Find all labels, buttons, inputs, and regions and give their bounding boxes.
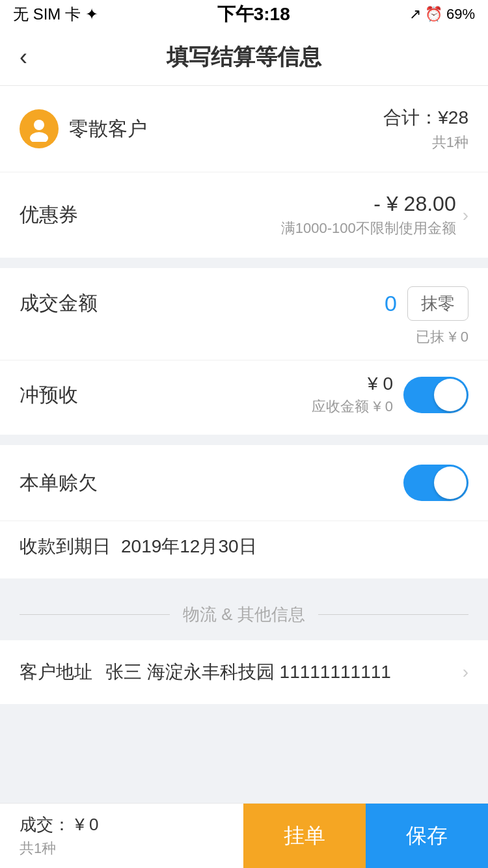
bottom-deal-amount: 成交： ¥ 0 [20, 813, 224, 836]
coupon-desc: 满1000-100不限制使用金额 [281, 219, 456, 238]
divider-text: 物流 & 其他信息 [183, 603, 305, 626]
prepay-toggle[interactable] [403, 377, 468, 413]
avatar [20, 109, 59, 148]
toggle-knob [434, 379, 467, 411]
coupon-row[interactable]: 优惠券 - ¥ 28.00 满1000-100不限制使用金额 › [0, 172, 488, 258]
back-button[interactable]: ‹ [20, 44, 27, 71]
transaction-right: 0 抹零 [371, 286, 468, 321]
debt-label: 本单赊欠 [20, 470, 98, 496]
bottom-deal-count: 共1种 [20, 839, 224, 858]
debt-toggle-knob [434, 467, 467, 499]
total-amount: 合计：¥28 [383, 105, 468, 130]
customer-right: 合计：¥28 共1种 [383, 105, 468, 152]
signal-text: 无 SIM 卡 ✦ [13, 4, 98, 25]
transaction-amount[interactable]: 0 [371, 291, 397, 316]
save-button[interactable]: 保存 [366, 804, 488, 868]
status-left: 无 SIM 卡 ✦ [13, 4, 98, 25]
avatar-icon [26, 116, 52, 142]
prepay-row: 冲预收 ¥ 0 应收金额 ¥ 0 [0, 360, 488, 435]
address-section: 客户地址 张三 海淀永丰科技园 11111111111 › [0, 640, 488, 704]
bottom-bar: 成交： ¥ 0 共1种 挂单 保存 [0, 803, 488, 868]
address-chevron-icon: › [463, 662, 468, 683]
customer-name: 零散客户 [69, 116, 147, 142]
prepay-label: 冲预收 [20, 382, 78, 409]
logistics-divider: 物流 & 其他信息 [0, 589, 488, 640]
customer-left: 零散客户 [20, 109, 147, 148]
coupon-info: - ¥ 28.00 满1000-100不限制使用金额 [281, 192, 456, 238]
address-value: 张三 海淀永丰科技园 11111111111 [105, 660, 463, 685]
divider-line-left [20, 614, 170, 615]
debt-section: 本单赊欠 收款到期日 2019年12月30日 [0, 445, 488, 578]
due-date-row: 收款到期日 2019年12月30日 [0, 521, 488, 578]
transaction-sub: 已抹 ¥ 0 [0, 327, 488, 360]
coupon-discount: - ¥ 28.00 [281, 192, 456, 216]
divider-line-right [318, 614, 468, 615]
customer-row: 零散客户 合计：¥28 共1种 [0, 86, 488, 172]
prepay-right: ¥ 0 应收金额 ¥ 0 [312, 373, 468, 416]
coupon-label: 优惠券 [20, 202, 78, 228]
debt-toggle[interactable] [403, 465, 468, 501]
address-row[interactable]: 客户地址 张三 海淀永丰科技园 11111111111 › [0, 640, 488, 704]
svg-point-0 [34, 120, 44, 130]
customer-coupon-section: 零散客户 合计：¥28 共1种 优惠券 - ¥ 28.00 满1000-100不… [0, 86, 488, 258]
status-right: ↗ ⏰ 69% [409, 6, 475, 23]
prepay-info: ¥ 0 应收金额 ¥ 0 [312, 373, 393, 416]
svg-point-1 [30, 132, 48, 142]
transaction-section: 成交金额 0 抹零 已抹 ¥ 0 冲预收 ¥ 0 应收金额 ¥ 0 [0, 268, 488, 435]
prepay-amount: ¥ 0 [312, 373, 393, 394]
coupon-right: - ¥ 28.00 满1000-100不限制使用金额 › [281, 192, 468, 238]
transaction-label: 成交金额 [20, 290, 98, 317]
round-zero-button[interactable]: 抹零 [407, 286, 468, 321]
due-date-value[interactable]: 2019年12月30日 [121, 534, 257, 559]
address-label: 客户地址 [20, 660, 92, 685]
status-time: 下午3:18 [217, 2, 290, 27]
due-date-label: 收款到期日 [20, 534, 111, 559]
bottom-buttons: 挂单 保存 [243, 804, 488, 868]
transaction-row: 成交金额 0 抹零 [0, 268, 488, 327]
battery-text: ↗ ⏰ 69% [409, 6, 475, 23]
nav-bar: ‹ 填写结算等信息 [0, 29, 488, 86]
content-area: 零散客户 合计：¥28 共1种 优惠券 - ¥ 28.00 满1000-100不… [0, 86, 488, 782]
total-count: 共1种 [383, 133, 468, 152]
address-right: › [463, 662, 468, 683]
status-bar: 无 SIM 卡 ✦ 下午3:18 ↗ ⏰ 69% [0, 0, 488, 29]
bottom-info: 成交： ¥ 0 共1种 [0, 813, 243, 858]
chevron-right-icon: › [463, 205, 468, 226]
pending-button[interactable]: 挂单 [243, 804, 366, 868]
debt-row: 本单赊欠 [0, 445, 488, 521]
prepay-sub: 应收金额 ¥ 0 [312, 397, 393, 416]
page-title: 填写结算等信息 [167, 42, 321, 72]
